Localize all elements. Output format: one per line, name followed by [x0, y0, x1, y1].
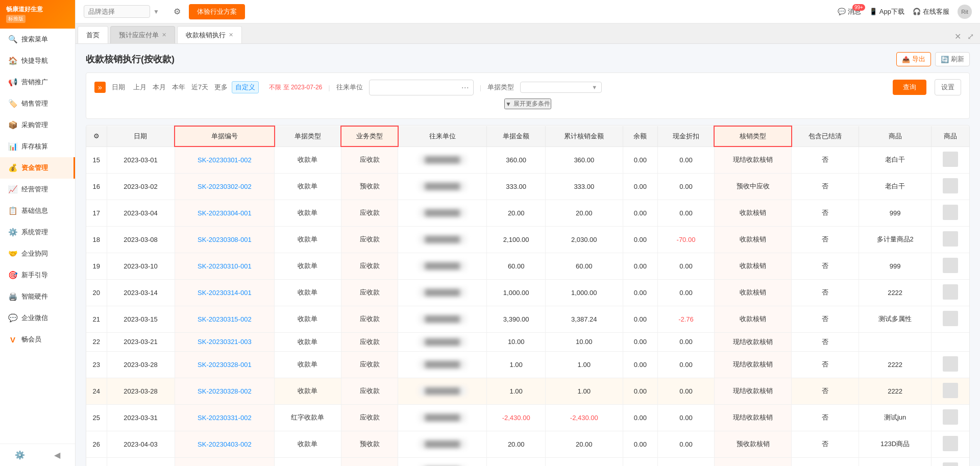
date-more-btn[interactable]: 更多 [212, 82, 230, 93]
cell-doc-no: SK-20230328-002 [175, 378, 274, 404]
sidebar-item-search[interactable]: 🔍 搜索菜单 [0, 29, 75, 50]
sidebar-item-corp[interactable]: 🤝 企业协同 [0, 243, 75, 264]
sidebar-item-hardware[interactable]: 🖨️ 智能硬件 [0, 286, 75, 307]
date-this-year-btn[interactable]: 本年 [170, 82, 187, 93]
cell-no: 25 [86, 404, 107, 431]
collapse-icon[interactable]: ◀ [50, 448, 64, 462]
solution-button[interactable]: 体验行业方案 [189, 4, 245, 19]
sidebar-item-sales[interactable]: 🏷️ 销售管理 [0, 93, 75, 114]
date-this-month-btn[interactable]: 本月 [151, 82, 168, 93]
sidebar-item-marketing[interactable]: 📢 营销推广 [0, 71, 75, 93]
table-row[interactable]: 15 2023-03-01 SK-20230301-002 收款单 应收款 ██… [86, 146, 969, 173]
cell-goods-img [932, 332, 969, 351]
cell-partner: ████████ [398, 200, 487, 226]
brand-dropdown-icon[interactable]: ▼ [153, 8, 159, 15]
table-row[interactable]: 21 2023-03-15 SK-20230315-002 收款单 应收款 ██… [86, 306, 969, 332]
tab-expand-icon[interactable]: ⤢ [965, 30, 976, 43]
sidebar-item-system[interactable]: ⚙️ 系统管理 [0, 222, 75, 243]
sidebar-item-purchase[interactable]: 📦 采购管理 [0, 114, 75, 136]
sidebar-item-guide[interactable]: 🎯 新手引导 [0, 264, 75, 286]
doc-no-link[interactable]: SK-20230310-001 [198, 262, 252, 270]
date-last-month-btn[interactable]: 上月 [131, 82, 149, 93]
doc-no-link[interactable]: SK-20230308-001 [198, 236, 252, 243]
table-row[interactable]: 19 2023-03-10 SK-20230310-001 收款单 应收款 ██… [86, 253, 969, 279]
data-table-wrap: ⚙ 日期 单据编号 单据类型 业务类型 往来单位 单据金额 累计核销金额 余额 … [86, 125, 970, 466]
table-row[interactable]: 24 2023-03-28 SK-20230328-002 收款单 应收款 ██… [86, 378, 969, 404]
table-row[interactable]: 25 2023-03-31 SK-20230331-002 红字收款单 应收款 … [86, 404, 969, 431]
doc-no-link[interactable]: SK-20230331-002 [198, 414, 252, 422]
doc-no-link[interactable]: SK-20230403-002 [198, 440, 252, 448]
sidebar-item-finance[interactable]: 💰 资金管理 [0, 157, 75, 179]
partner-blurred: ████████ [419, 314, 466, 324]
cell-include-cleared: 否 [792, 404, 859, 431]
sidebar-item-basic[interactable]: 📋 基础信息 [0, 200, 75, 222]
sidebar-item-operations[interactable]: 📈 经营管理 [0, 179, 75, 200]
cell-biz-type: 应收款 [341, 279, 398, 306]
table-row[interactable]: 17 2023-03-04 SK-20230304-001 收款单 应收款 ██… [86, 200, 969, 226]
sidebar-item-inventory[interactable]: 📊 库存核算 [0, 136, 75, 157]
refresh-button[interactable]: 🔄 刷新 [935, 52, 970, 66]
cell-biz-type: 应收款 [341, 226, 398, 253]
doc-no-link[interactable]: SK-20230321-003 [198, 338, 252, 346]
tab-payable[interactable]: 预计应应付单 ✕ [110, 26, 175, 43]
cell-amount: -2,430.00 [487, 404, 546, 431]
expand-more-button[interactable]: ▼ 展开更多条件 [504, 99, 551, 109]
app-download-button[interactable]: 📱 App下载 [869, 7, 904, 16]
sidebar-item-nav[interactable]: 🏠 快捷导航 [0, 50, 75, 71]
tabbar: 首页 预计应应付单 ✕ 收款核销执行 ✕ ✕ ⤢ [76, 23, 980, 44]
th-gear[interactable]: ⚙ [86, 126, 107, 146]
settings-bottom-icon[interactable]: ⚙️ [11, 448, 29, 462]
cell-verify-type: 预收中应收 [714, 173, 792, 200]
sidebar-item-wechat[interactable]: 💬 企业微信 [0, 307, 75, 329]
cell-discount: 0.00 [658, 332, 715, 351]
cell-goods-img [932, 351, 969, 378]
cell-verify-type: 收款核销 [714, 279, 792, 306]
date-custom-btn[interactable]: 自定义 [232, 81, 259, 93]
user-avatar[interactable]: Rit [958, 5, 972, 19]
doc-no-link[interactable]: SK-20230301-002 [198, 156, 252, 164]
tab-close-all-icon[interactable]: ✕ [952, 30, 963, 43]
doc-type-dropdown-icon: ▼ [592, 84, 597, 90]
sidebar-item-member[interactable]: V 畅会员 [0, 329, 75, 350]
table-row[interactable]: 23 2023-03-28 SK-20230328-001 收款单 应收款 ██… [86, 351, 969, 378]
doc-type-select-wrap[interactable]: ▼ [520, 82, 602, 93]
online-service-button[interactable]: 🎧 在线客服 [913, 7, 949, 16]
cell-goods: 999 [859, 200, 931, 226]
cell-partner: ████████ [398, 253, 487, 279]
doc-no-link[interactable]: SK-20230328-001 [198, 361, 252, 369]
tab-receipt[interactable]: 收款核销执行 ✕ [177, 26, 242, 43]
tab-receipt-close[interactable]: ✕ [229, 32, 233, 38]
cell-doc-no: SK-20230310-001 [175, 253, 274, 279]
table-row[interactable]: 18 2023-03-08 SK-20230308-001 收款单 应收款 ██… [86, 226, 969, 253]
export-button[interactable]: 📤 导出 [896, 52, 931, 66]
partner-input[interactable] [374, 84, 459, 91]
doc-no-link[interactable]: SK-20230314-001 [198, 289, 252, 297]
tab-payable-label: 预计应应付单 [119, 31, 159, 40]
message-button[interactable]: 💬 消息 99+ [838, 7, 861, 16]
cell-include-cleared: 否 [792, 253, 859, 279]
tab-payable-close[interactable]: ✕ [162, 32, 166, 38]
table-row[interactable]: 20 2023-03-14 SK-20230314-001 收款单 应收款 ██… [86, 279, 969, 306]
cell-goods: 老白干 [859, 173, 931, 200]
cell-verified: 1.00 [546, 378, 623, 404]
table-row[interactable]: 27 2023-04-08 SK-20230408-001 收款单 应收款 ██… [86, 457, 969, 466]
cell-amount: 333.00 [487, 173, 546, 200]
cell-goods: 2222 [859, 279, 931, 306]
date-7days-btn[interactable]: 近7天 [189, 82, 210, 93]
table-row[interactable]: 16 2023-03-02 SK-20230302-002 收款单 预收款 ██… [86, 173, 969, 200]
export-icon: 📤 [902, 56, 910, 63]
filter-toggle-button[interactable]: » [94, 82, 106, 93]
table-row[interactable]: 26 2023-04-03 SK-20230403-002 收款单 预收款 ██… [86, 431, 969, 457]
tab-home[interactable]: 首页 [78, 26, 108, 43]
doc-no-link[interactable]: SK-20230328-002 [198, 387, 252, 395]
partner-dots-button[interactable]: ··· [461, 82, 469, 93]
query-button[interactable]: 查询 [893, 80, 926, 95]
brand-selector[interactable] [84, 5, 150, 18]
setting-button[interactable]: 设置 [935, 79, 961, 95]
doc-no-link[interactable]: SK-20230302-002 [198, 183, 252, 190]
th-balance: 余额 [623, 126, 658, 146]
doc-no-link[interactable]: SK-20230304-001 [198, 209, 252, 217]
topbar-gear-icon[interactable]: ⚙ [172, 5, 183, 18]
doc-no-link[interactable]: SK-20230315-002 [198, 315, 252, 323]
table-row[interactable]: 22 2023-03-21 SK-20230321-003 收款单 应收款 ██… [86, 332, 969, 351]
